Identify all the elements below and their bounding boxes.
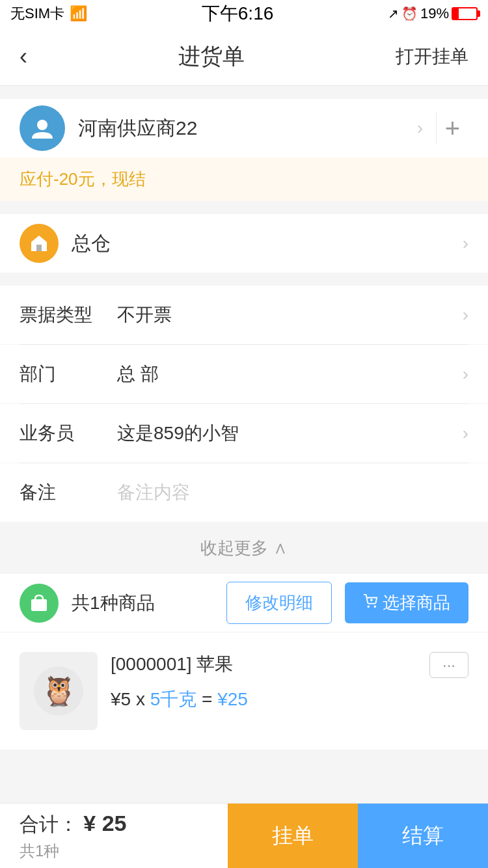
collapse-more-button[interactable]: 收起更多 ∧ [0,522,488,574]
plus-icon: + [445,114,460,143]
select-product-label: 选择商品 [383,591,450,614]
total-amount-label: 合计： ¥ 25 [20,811,208,838]
svg-point-0 [37,120,47,130]
warehouse-name: 总仓 [72,230,463,257]
warehouse-icon [20,224,59,263]
status-left: 无SIM卡 📶 [10,4,87,23]
product-more-button[interactable]: ··· [429,652,468,678]
back-button[interactable]: ‹ [20,43,27,70]
carrier-label: 无SIM卡 [10,4,64,23]
product-name: [0000001] 苹果 [111,652,416,677]
invoice-chevron-icon: › [463,305,468,325]
products-count-label: 共1种商品 [72,591,213,616]
status-bar: 无SIM卡 📶 下午6:16 ↗ ⏰ 19% [0,0,488,27]
open-pending-button[interactable]: 打开挂单 [396,44,468,69]
remark-row[interactable]: 备注 备注内容 [0,463,488,522]
product-qty: 5千克 [150,689,197,709]
dept-value: 总 部 [117,362,463,387]
supplier-avatar [20,105,65,151]
suspend-button[interactable]: 挂单 [228,804,358,868]
product-thumbnail: 🦉 [20,652,98,730]
status-right: ↗ ⏰ 19% [388,5,478,22]
remark-input[interactable]: 备注内容 [117,480,468,505]
bottom-bar: 合计： ¥ 25 共1种 挂单 结算 [0,803,488,868]
supplier-chevron-icon: › [417,118,423,139]
invoice-type-row[interactable]: 票据类型 不开票 › [0,286,488,344]
price-unit: ¥5 [111,689,131,709]
more-icon: ··· [442,656,455,674]
product-item: 🦉 [0000001] 苹果 ¥5 x 5千克 = ¥25 ··· [0,632,488,750]
department-row[interactable]: 部门 总 部 › [0,345,488,403]
divider-1 [0,86,488,99]
svg-point-4 [374,606,375,607]
invoice-type-value: 不开票 [117,303,463,327]
warehouse-chevron-icon: › [463,233,468,254]
warehouse-row[interactable]: 总仓 › [0,214,488,273]
equals-symbol: = [202,689,217,709]
payable-notice: 应付-20元，现结 [0,157,488,201]
supplier-add-button[interactable]: + [436,112,468,144]
salesperson-row[interactable]: 业务员 这是859的小智 › [0,404,488,463]
svg-rect-1 [36,245,42,251]
svg-rect-2 [31,599,47,611]
divider-2 [0,201,488,214]
product-code: [0000001] [111,654,192,674]
svg-point-3 [368,606,369,607]
product-info: [0000001] 苹果 ¥5 x 5千克 = ¥25 [111,652,416,712]
total-count-label: 共1种 [20,841,208,861]
total-amount-value: ¥ 25 [83,811,126,835]
divider-3 [0,273,488,286]
wifi-icon: 📶 [70,5,87,22]
remark-label: 备注 [20,480,111,505]
supplier-name: 河南供应商22 [78,115,417,142]
salesperson-label: 业务员 [20,421,111,446]
nav-bar: ‹ 进货单 打开挂单 [0,27,488,86]
alarm-icon: ⏰ [401,6,418,21]
salesperson-chevron-icon: › [463,423,468,444]
svg-text:🦉: 🦉 [41,674,77,708]
dept-chevron-icon: › [463,364,468,385]
multiply-symbol: x [136,689,150,709]
products-header: 共1种商品 修改明细 选择商品 [0,574,488,632]
edit-detail-button[interactable]: 修改明细 [226,582,332,624]
product-price: ¥5 x 5千克 = ¥25 [111,687,416,712]
checkout-button[interactable]: 结算 [358,804,488,868]
total-label: 合计： [20,813,78,835]
battery-percent: 19% [420,5,449,22]
invoice-type-label: 票据类型 [20,303,111,327]
page-title: 进货单 [178,42,245,72]
product-total: ¥25 [217,689,248,709]
product-title: 苹果 [197,654,233,674]
battery-icon [452,7,478,20]
products-icon [20,584,59,623]
salesperson-value: 这是859的小智 [117,421,463,446]
cart-icon [363,593,377,613]
supplier-row[interactable]: 河南供应商22 › + [0,99,488,157]
total-section: 合计： ¥ 25 共1种 [0,811,228,861]
location-icon: ↗ [388,6,399,21]
status-time: 下午6:16 [202,1,274,26]
select-product-button[interactable]: 选择商品 [345,582,468,623]
dept-label: 部门 [20,362,111,387]
collapse-more-label: 收起更多 ∧ [200,537,287,560]
